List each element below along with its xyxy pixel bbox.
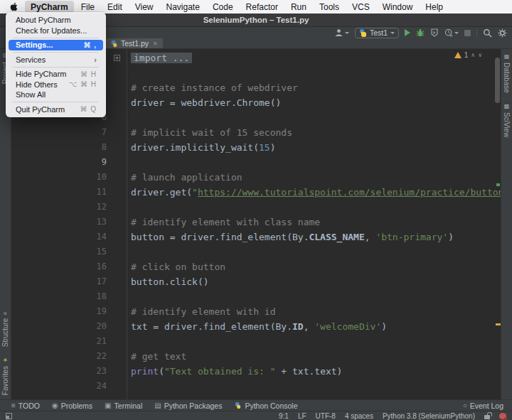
fold-column [107, 170, 127, 185]
code-line-8[interactable]: 8driver.implicitly_wait(15) [11, 140, 501, 155]
chevron-down-icon [454, 32, 459, 34]
menubar-item-pycharm[interactable]: PyCharm [25, 1, 74, 13]
menubar-item-code[interactable]: Code [207, 1, 239, 13]
right-stripe-top: ▦Database▩SciView [503, 53, 511, 137]
stripe-button-sciview[interactable]: ▩SciView [503, 103, 511, 137]
menubar-item-help[interactable]: Help [420, 1, 449, 13]
close-icon[interactable]: × [153, 40, 157, 47]
editor-scrollbar-thumb[interactable] [495, 58, 500, 103]
menubar-item-file[interactable]: File [75, 1, 100, 13]
code-text [127, 334, 501, 349]
code-text: driver.get("https://www.tutorialspoint.c… [127, 185, 501, 200]
tool-window-button-python-packages[interactable]: ▤Python Packages [154, 402, 222, 410]
menubar-item-view[interactable]: View [129, 1, 159, 13]
code-line-22[interactable]: 22# get text [11, 349, 501, 364]
debug-button[interactable] [416, 28, 425, 37]
tool-window-button-python-console[interactable]: Python Console [234, 402, 297, 410]
python-file-icon [111, 40, 117, 46]
tool-window-switcher-icon[interactable] [6, 413, 12, 419]
menubar-item-vcs[interactable]: VCS [346, 1, 375, 13]
menubar-item-window[interactable]: Window [377, 1, 419, 13]
terminal-icon: ▣ [105, 402, 111, 409]
tool-window-buttons-right: ○Event Log [463, 402, 503, 410]
menu-item-about-pycharm[interactable]: About PyCharm [9, 15, 103, 26]
code-line-23[interactable]: 23print("Text obtained is: " + txt.text) [11, 364, 501, 379]
code-line-21[interactable]: 21 [11, 334, 501, 349]
caret-position[interactable]: 9:1 [279, 412, 289, 420]
code-line-19[interactable]: 19# identify element with id [11, 304, 501, 319]
line-number: 8 [11, 140, 107, 155]
code-line-15[interactable]: 15 [11, 244, 501, 259]
code-line-10[interactable]: 10# launch application [11, 170, 501, 185]
line-separator[interactable]: LF [298, 412, 306, 420]
code-line-11[interactable]: 11driver.get("https://www.tutorialspoint… [11, 185, 501, 200]
code-line-9[interactable]: 9 [11, 155, 501, 170]
fold-expand-icon[interactable]: + [114, 55, 120, 61]
menu-item-check-for-updates[interactable]: Check for Updates... [9, 26, 103, 36]
tool-window-button-event-log[interactable]: ○Event Log [463, 402, 503, 410]
indent-style[interactable]: 4 spaces [345, 412, 373, 420]
settings-gear-button[interactable] [498, 28, 507, 38]
code-line-7[interactable]: 7# implicit wait of 15 seconds [11, 125, 501, 140]
code-line-24[interactable]: 24 [11, 379, 501, 394]
next-issue-icon[interactable]: ∨ [478, 52, 482, 58]
stop-icon [464, 30, 471, 36]
file-encoding[interactable]: UTF-8 [316, 412, 336, 420]
menubar-item-navigate[interactable]: Navigate [161, 1, 206, 13]
menu-item-settings[interactable]: Settings...⌘ , [9, 40, 103, 50]
search-everywhere-button[interactable] [483, 28, 492, 38]
apple-menu-icon[interactable] [4, 2, 23, 11]
stripe-button-database[interactable]: ▦Database [503, 53, 511, 93]
inspection-widget[interactable]: 1 ∧ ∨ [454, 51, 482, 59]
stripe-button-structure[interactable]: Structure≡ [1, 312, 9, 347]
stop-button[interactable] [464, 30, 471, 36]
code-line-16[interactable]: 16# click on button [11, 259, 501, 274]
run-button[interactable] [405, 29, 410, 36]
fold-column: + [107, 50, 127, 65]
tool-window-button-terminal[interactable]: ▣Terminal [105, 402, 142, 410]
vcs-user-button[interactable] [334, 28, 349, 37]
python-interpreter[interactable]: Python 3.8 (SeleniumPython) [383, 412, 475, 420]
menu-item-services[interactable]: Services› [9, 55, 103, 65]
code-text [127, 155, 501, 170]
code-text: # click on button [127, 259, 501, 274]
menubar-item-refactor[interactable]: Refactor [240, 1, 284, 13]
profiler-button[interactable] [444, 28, 459, 37]
tool-window-button-todo[interactable]: ≡TODO [11, 402, 40, 410]
tool-window-button-problems[interactable]: ◉Problems [52, 402, 92, 410]
menubar-item-edit[interactable]: Edit [102, 1, 128, 13]
code-text [127, 200, 501, 215]
fold-column [107, 379, 127, 394]
run-with-coverage-button[interactable] [430, 28, 439, 37]
code-line-18[interactable]: 18 [11, 289, 501, 304]
code-line-12[interactable]: 12 [11, 200, 501, 215]
run-config-selector[interactable]: Test1 [355, 28, 399, 38]
run-config-name: Test1 [370, 28, 388, 37]
unlock-icon[interactable] [484, 415, 490, 419]
code-text: button.click() [127, 274, 501, 289]
stripe-button-favorites[interactable]: Favorites★ [1, 357, 9, 395]
line-number: 10 [11, 170, 107, 185]
menu-item-hide-pycharm[interactable]: Hide PyCharm⌘ H [9, 69, 103, 80]
tab-test1-py[interactable]: Test1.py × [105, 38, 163, 48]
prev-issue-icon[interactable]: ∧ [471, 52, 475, 58]
menu-item-quit-pycharm[interactable]: Quit PyCharm⌘ Q [9, 104, 103, 115]
line-number: 20 [11, 319, 107, 334]
tool-window-bar: ≡TODO◉Problems▣Terminal▤Python PackagesP… [0, 399, 512, 411]
code-line-17[interactable]: 17button.click() [11, 274, 501, 289]
warning-icon [454, 52, 462, 58]
inspections-hector-icon[interactable] [499, 413, 506, 419]
menu-item-show-all[interactable]: Show All [9, 90, 103, 100]
fold-column [107, 319, 127, 334]
menubar-item-run[interactable]: Run [285, 1, 312, 13]
code-line-13[interactable]: 13# identify element with class name [11, 215, 501, 230]
menu-item-hide-others[interactable]: Hide Others⌥ ⌘ H [9, 80, 103, 90]
code-line-14[interactable]: 14button = driver.find_element(By.CLASS_… [11, 230, 501, 244]
menubar-item-tools[interactable]: Tools [314, 1, 345, 13]
favorites-icon: ★ [2, 357, 9, 363]
code-text: import ... [127, 50, 501, 65]
code-line-20[interactable]: 20txt = driver.find_element(By.ID, 'welc… [11, 319, 501, 334]
fold-column [107, 244, 127, 259]
line-number: 7 [11, 125, 107, 140]
line-number: 15 [11, 244, 107, 259]
